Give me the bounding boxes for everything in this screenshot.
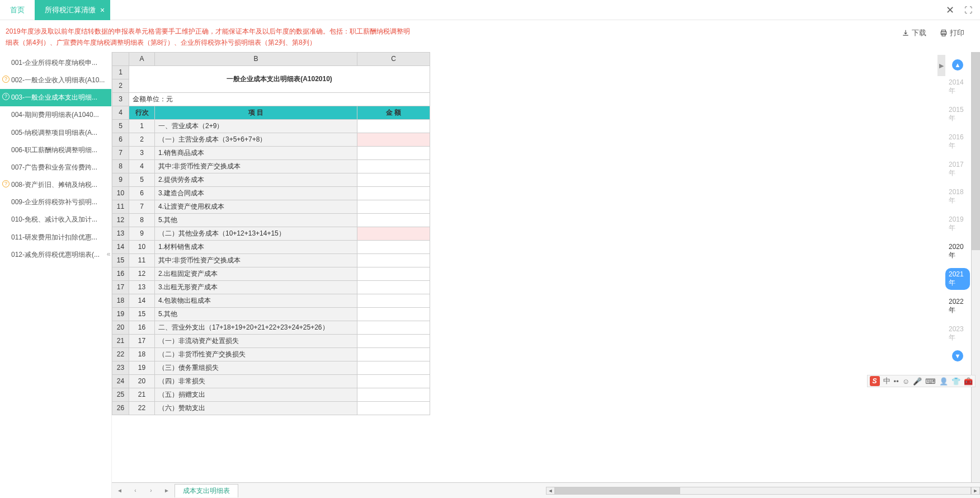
cell[interactable]: 3 bbox=[112, 92, 129, 106]
tab-home[interactable]: 首页 bbox=[0, 0, 35, 20]
amount-cell[interactable] bbox=[357, 307, 430, 321]
item-cell[interactable]: 其中:非货币性资产交换成本 bbox=[155, 159, 357, 173]
cell[interactable]: 18 bbox=[112, 294, 129, 307]
ime-lang[interactable]: 中 bbox=[883, 376, 891, 386]
amount-cell[interactable] bbox=[357, 119, 430, 133]
amount-cell[interactable] bbox=[357, 294, 430, 307]
fullscreen-icon[interactable]: ⛶ bbox=[964, 6, 972, 15]
cell[interactable]: 13 bbox=[129, 280, 155, 294]
cell[interactable]: 8 bbox=[129, 213, 155, 227]
cell[interactable]: 2 bbox=[129, 133, 155, 146]
cell[interactable]: 22 bbox=[112, 347, 129, 361]
amount-cell[interactable] bbox=[357, 321, 430, 334]
item-cell[interactable]: （一）非流动资产处置损失 bbox=[155, 334, 357, 347]
spreadsheet[interactable]: ABC1一般企业成本支出明细表(A102010)23金额单位：元4行次项 目金 … bbox=[112, 52, 430, 415]
item-cell[interactable]: （三）债务重组损失 bbox=[155, 361, 357, 374]
cell[interactable]: 项 目 bbox=[155, 106, 357, 119]
sheet-tab-active[interactable]: 成本支出明细表 bbox=[175, 484, 238, 497]
cell[interactable]: 9 bbox=[112, 173, 129, 186]
ime-toolbox-icon[interactable]: 🧰 bbox=[964, 377, 973, 386]
amount-cell[interactable] bbox=[357, 200, 430, 213]
cell[interactable]: 1 bbox=[112, 65, 129, 79]
scroll-down-icon[interactable]: ▼ bbox=[952, 350, 963, 361]
sheet-nav-prev-icon[interactable]: ‹ bbox=[128, 487, 143, 494]
sheet-nav-last-icon[interactable]: ► bbox=[159, 487, 175, 494]
year-option[interactable]: 2015年 bbox=[945, 104, 970, 125]
cell[interactable]: 金 额 bbox=[357, 106, 430, 119]
ime-keyboard-icon[interactable]: ⌨ bbox=[925, 377, 936, 386]
item-cell[interactable]: 1.材料销售成本 bbox=[155, 240, 357, 253]
year-option[interactable]: 2017年 bbox=[945, 158, 970, 180]
cell[interactable]: 17 bbox=[129, 334, 155, 347]
item-cell[interactable]: （一）主营业务成本（3+5+6+7+8） bbox=[155, 133, 357, 146]
nav-item[interactable]: 012-减免所得税优惠明细表(... bbox=[0, 246, 111, 264]
nav-item[interactable]: 011-研发费用加计扣除优惠... bbox=[0, 229, 111, 246]
scroll-up-icon[interactable]: ▲ bbox=[952, 59, 963, 71]
vertical-scrollbar[interactable] bbox=[971, 52, 980, 482]
year-option[interactable]: 2022年 bbox=[945, 295, 970, 317]
item-cell[interactable]: 其中:非货币性资产交换成本 bbox=[155, 253, 357, 267]
amount-cell[interactable] bbox=[357, 213, 430, 227]
year-option[interactable]: 2019年 bbox=[945, 213, 970, 235]
cell[interactable]: 13 bbox=[112, 227, 129, 240]
nav-item[interactable]: 005-纳税调整项目明细表(A... bbox=[0, 124, 111, 142]
cell[interactable]: 5 bbox=[129, 173, 155, 186]
year-option[interactable]: 2021年 bbox=[945, 268, 970, 290]
ime-skin-icon[interactable]: 👕 bbox=[951, 377, 960, 386]
amount-cell[interactable] bbox=[357, 146, 430, 159]
cell[interactable]: 23 bbox=[112, 361, 129, 374]
tab-tax-settlement[interactable]: 所得税汇算清缴 × bbox=[35, 0, 110, 20]
cell[interactable]: 11 bbox=[112, 200, 129, 213]
cell[interactable]: 4 bbox=[129, 159, 155, 173]
cell[interactable]: 4 bbox=[112, 106, 129, 119]
item-cell[interactable]: 3.建造合同成本 bbox=[155, 186, 357, 200]
item-cell[interactable]: （二）其他业务成本（10+12+13+14+15） bbox=[155, 227, 357, 240]
amount-cell[interactable] bbox=[357, 240, 430, 253]
amount-cell[interactable] bbox=[357, 133, 430, 146]
item-cell[interactable]: 4.包装物出租成本 bbox=[155, 294, 357, 307]
cell[interactable]: 10 bbox=[129, 240, 155, 253]
nav-item[interactable]: 004-期间费用明细表(A1040... bbox=[0, 106, 111, 124]
sheet-title[interactable]: 一般企业成本支出明细表(A102010) bbox=[129, 65, 430, 92]
year-option[interactable]: 2020年 bbox=[945, 241, 970, 262]
item-cell[interactable]: 5.其他 bbox=[155, 213, 357, 227]
close-icon[interactable]: × bbox=[100, 6, 105, 15]
cell[interactable]: 14 bbox=[129, 294, 155, 307]
cell[interactable]: 25 bbox=[112, 388, 129, 401]
cell[interactable]: A bbox=[129, 52, 155, 65]
item-cell[interactable]: （五）捐赠支出 bbox=[155, 388, 357, 401]
download-button[interactable]: 下载 bbox=[902, 28, 926, 38]
cell[interactable]: 21 bbox=[112, 334, 129, 347]
nav-item[interactable]: 006-职工薪酬纳税调整明细... bbox=[0, 142, 111, 159]
item-cell[interactable]: 5.其他 bbox=[155, 307, 357, 321]
cell[interactable]: 10 bbox=[112, 186, 129, 200]
amount-cell[interactable] bbox=[357, 361, 430, 374]
item-cell[interactable]: （四）非常损失 bbox=[155, 374, 357, 388]
amount-cell[interactable] bbox=[357, 374, 430, 388]
amount-cell[interactable] bbox=[357, 186, 430, 200]
amount-cell[interactable] bbox=[357, 267, 430, 280]
cell[interactable]: 17 bbox=[112, 280, 129, 294]
item-cell[interactable]: （六）赞助支出 bbox=[155, 401, 357, 415]
cell[interactable]: 1 bbox=[129, 119, 155, 133]
cell[interactable]: 6 bbox=[129, 186, 155, 200]
amount-cell[interactable] bbox=[357, 280, 430, 294]
item-cell[interactable]: （二）非货币性资产交换损失 bbox=[155, 347, 357, 361]
amount-cell[interactable] bbox=[357, 401, 430, 415]
cell[interactable]: 5 bbox=[112, 119, 129, 133]
cell[interactable]: 15 bbox=[112, 253, 129, 267]
cell[interactable]: 15 bbox=[129, 307, 155, 321]
year-option[interactable]: 2016年 bbox=[945, 131, 970, 153]
ime-toolbar[interactable]: S 中 •• ☺ 🎤 ⌨ 👤 👕 🧰 bbox=[867, 375, 976, 387]
cell[interactable]: 18 bbox=[129, 347, 155, 361]
amount-cell[interactable] bbox=[357, 159, 430, 173]
nav-item[interactable]: 001-企业所得税年度纳税申... bbox=[0, 54, 111, 72]
year-option[interactable]: 2023年 bbox=[945, 323, 970, 345]
cell[interactable]: 8 bbox=[112, 159, 129, 173]
cell[interactable]: 26 bbox=[112, 401, 129, 415]
cell[interactable]: 3 bbox=[129, 146, 155, 159]
print-button[interactable]: 打印 bbox=[940, 28, 964, 38]
cell[interactable]: 9 bbox=[129, 227, 155, 240]
ime-punct-icon[interactable]: •• bbox=[894, 377, 899, 386]
cell[interactable]: 19 bbox=[112, 307, 129, 321]
